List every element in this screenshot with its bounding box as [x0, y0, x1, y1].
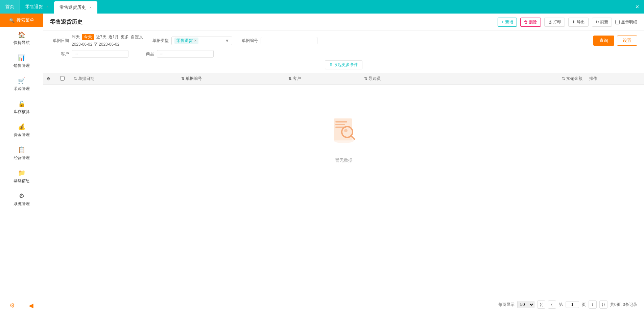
- top-bar: 首页 零售退货 × 零售退货历史 × ×: [0, 0, 644, 14]
- delete-button[interactable]: 🗑 删除: [520, 18, 541, 27]
- setting-button[interactable]: 设置: [617, 36, 637, 46]
- purchase-icon: 🛒: [18, 77, 25, 85]
- date-opt-yesterday[interactable]: 昨天: [72, 34, 80, 40]
- svg-rect-3: [335, 124, 345, 125]
- search-icon: 🔍: [9, 18, 15, 23]
- th-guide-label: ⇅ 导购员: [364, 76, 381, 81]
- query-button[interactable]: 查询: [593, 36, 614, 46]
- th-docno[interactable]: ⇅ 单据编号: [178, 73, 285, 85]
- sales-label: 销售管理: [14, 63, 30, 69]
- page-title: 零售退货历史: [50, 19, 82, 26]
- svg-rect-2: [335, 121, 347, 122]
- th-settings[interactable]: ⚙: [43, 73, 57, 85]
- filter-action-buttons: 查询 设置: [593, 36, 637, 46]
- customer-filter-label: 客户: [50, 51, 69, 57]
- filter-area: 单据日期 昨天 今天 近7天 近1月 更多 自定义 2023-06-02 至 2…: [43, 30, 644, 73]
- sidebar-collapse-icon[interactable]: ◀: [29, 302, 33, 309]
- docno-filter-group: 单据编号: [239, 37, 317, 44]
- table-container: ⚙ ⇅ 单据日期 ⇅ 单据编号 ⇅ 客户 ⇅ 导购员: [43, 73, 644, 297]
- docno-filter-label: 单据编号: [239, 38, 258, 44]
- sidebar-item-base-info[interactable]: 📁 基础信息: [0, 165, 43, 188]
- sidebar-item-operations[interactable]: 📋 经营管理: [0, 142, 43, 165]
- sidebar-item-inventory[interactable]: 🔒 库存核算: [0, 96, 43, 119]
- retail-return-close-icon[interactable]: ×: [46, 5, 48, 9]
- quick-nav-icon: 🏠: [18, 31, 25, 39]
- filter-row-1: 单据日期 昨天 今天 近7天 近1月 更多 自定义 2023-06-02 至 2…: [50, 34, 637, 47]
- date-opt-1month[interactable]: 近1月: [109, 34, 119, 40]
- show-detail-checkbox[interactable]: [615, 20, 620, 24]
- tab-retail-return-history[interactable]: 零售退货历史 ×: [54, 1, 97, 14]
- sidebar-item-sys-mgmt[interactable]: ⚙ 系统管理: [0, 188, 43, 211]
- sidebar-search-label: 搜索菜单: [17, 17, 34, 23]
- th-amount[interactable]: ⇅ 实销金额: [479, 73, 586, 85]
- page-size-select[interactable]: 50 10 20 100: [517, 301, 534, 308]
- refresh-button[interactable]: ↻ 刷新: [592, 18, 612, 27]
- sys-mgmt-icon: ⚙: [19, 192, 24, 200]
- th-guide[interactable]: ⇅ 导购员: [361, 73, 452, 85]
- empty-icon: [327, 112, 361, 152]
- date-opt-7days[interactable]: 近7天: [96, 34, 106, 40]
- th-date-label: ⇅ 单据日期: [74, 76, 94, 81]
- th-actions: 操作: [586, 73, 644, 85]
- header-actions: + 新增 🗑 删除 🖨 打印 ⬆ 导出 ↻ 刷新 显示明细: [498, 18, 637, 27]
- tab-list: 首页 零售退货 × 零售退货历史 ×: [0, 0, 630, 14]
- page-unit: 页: [582, 302, 586, 308]
- base-info-label: 基础信息: [14, 178, 30, 184]
- type-filter-select[interactable]: 零售退货 × ▼: [171, 37, 232, 45]
- date-opt-custom[interactable]: 自定义: [131, 34, 143, 40]
- finance-label: 资金管理: [14, 132, 30, 138]
- svg-point-7: [344, 129, 348, 132]
- sys-mgmt-label: 系统管理: [14, 201, 30, 207]
- th-date[interactable]: ⇅ 单据日期: [70, 73, 178, 85]
- export-button[interactable]: ⬆ 导出: [568, 18, 588, 27]
- next-page-button[interactable]: ⟩: [589, 300, 597, 309]
- prev-page-button[interactable]: ⟨: [548, 300, 556, 309]
- sidebar-item-purchase-mgmt[interactable]: 🛒 采购管理: [0, 73, 43, 96]
- last-page-button[interactable]: ⟩⟩: [599, 300, 607, 309]
- select-all-checkbox[interactable]: [60, 76, 65, 81]
- filter-row-2: 客户 商品: [50, 50, 637, 58]
- collapse-button[interactable]: ⬆ 收起更多条件: [325, 60, 362, 69]
- goods-filter-label: 商品: [135, 51, 154, 57]
- type-tag-remove-icon[interactable]: ×: [194, 38, 196, 43]
- date-opt-more[interactable]: 更多: [121, 34, 129, 40]
- sidebar-search[interactable]: 🔍 搜索菜单: [0, 14, 43, 27]
- th-customer[interactable]: ⇅ 客户: [285, 73, 361, 85]
- total-info: 共0页, 0条记录: [610, 302, 637, 308]
- sidebar-settings-icon[interactable]: ⚙: [9, 302, 15, 309]
- operations-icon: 📋: [18, 146, 25, 154]
- window-close-button[interactable]: ×: [630, 0, 644, 14]
- sidebar-item-finance[interactable]: 💰 资金管理: [0, 119, 43, 142]
- customer-filter-input[interactable]: [72, 50, 128, 58]
- tab-retail-return[interactable]: 零售退货 ×: [20, 0, 54, 14]
- sidebar-item-quick-nav[interactable]: 🏠 快捷导航: [0, 27, 43, 50]
- th-checkbox[interactable]: [57, 73, 70, 85]
- base-info-icon: 📁: [18, 169, 25, 177]
- empty-illustration: [327, 112, 361, 146]
- table-header: ⚙ ⇅ 单据日期 ⇅ 单据编号 ⇅ 客户 ⇅ 导购员: [43, 73, 644, 85]
- th-spacer: [452, 73, 479, 85]
- print-button[interactable]: 🖨 打印: [544, 18, 565, 27]
- main-layout: 🔍 搜索菜单 🏠 快捷导航 📊 销售管理 🛒 采购管理 🔒 库存核算 💰: [0, 14, 644, 312]
- goods-filter-group: 商品: [135, 50, 214, 58]
- data-table: ⚙ ⇅ 单据日期 ⇅ 单据编号 ⇅ 客户 ⇅ 导购员: [43, 73, 644, 191]
- sidebar-items: 🏠 快捷导航 📊 销售管理 🛒 采购管理 🔒 库存核算 💰 资金管理 📋: [0, 27, 43, 299]
- date-opt-today[interactable]: 今天: [82, 34, 94, 40]
- empty-state: 暂无数据: [43, 85, 644, 191]
- sidebar-item-sales-mgmt[interactable]: 📊 销售管理: [0, 50, 43, 73]
- retail-return-history-tab-label: 零售退货历史: [59, 4, 86, 10]
- operations-label: 经营管理: [14, 155, 30, 161]
- tab-home[interactable]: 首页: [0, 0, 20, 14]
- page-number-input[interactable]: [566, 301, 579, 308]
- goods-filter-input[interactable]: [157, 50, 214, 58]
- retail-return-tab-label: 零售退货: [25, 4, 43, 10]
- type-tag-label: 零售退货: [176, 38, 193, 44]
- purchase-label: 采购管理: [14, 86, 30, 92]
- new-button[interactable]: + 新增: [498, 18, 517, 27]
- table-body: 暂无数据: [43, 85, 644, 191]
- first-page-button[interactable]: ⟨⟨: [537, 300, 545, 309]
- docno-filter-input[interactable]: [261, 37, 317, 44]
- retail-return-history-close-icon[interactable]: ×: [89, 5, 91, 9]
- show-detail-checkbox-group: 显示明细: [615, 19, 637, 25]
- pagination: 每页显示 50 10 20 100 ⟨⟨ ⟨ 第 页 ⟩ ⟩⟩ 共0页, 0条记…: [43, 297, 644, 312]
